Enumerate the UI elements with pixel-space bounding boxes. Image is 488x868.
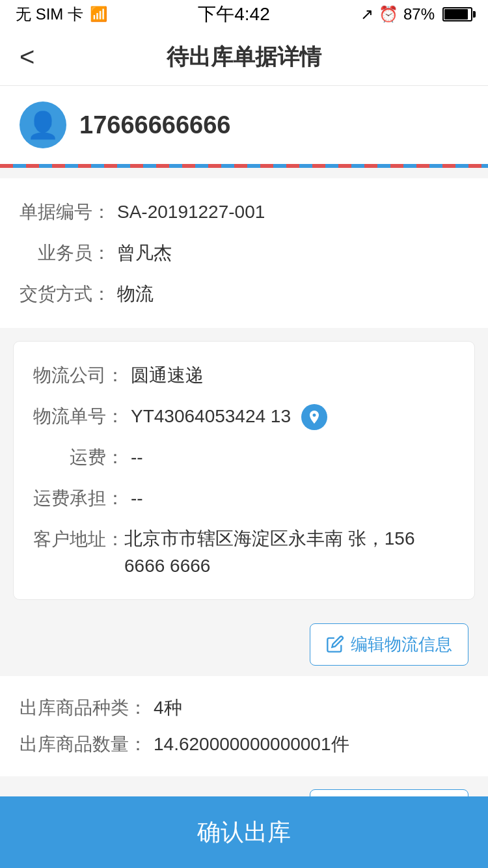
- tracking-number: YT43064053424 13: [131, 402, 291, 431]
- customer-card: 👤 17666666666: [0, 86, 488, 164]
- freight-row: 运费： --: [33, 443, 455, 472]
- product-quantity-label: 出库商品数量：: [20, 732, 147, 757]
- logistics-company-value: 圆通速递: [131, 361, 455, 390]
- status-left: 无 SIM 卡 📶: [16, 4, 107, 25]
- freight-label: 运费：: [33, 443, 124, 472]
- status-bar: 无 SIM 卡 📶 下午4:42 ↗ ⏰ 87%: [0, 0, 488, 29]
- back-button[interactable]: <: [20, 42, 34, 72]
- delivery-row: 交货方式： 物流: [20, 280, 468, 309]
- carrier-label: 无 SIM 卡: [16, 4, 83, 25]
- freight-bearer-row: 运费承担： --: [33, 484, 455, 513]
- confirm-button-label: 确认出库: [197, 817, 291, 848]
- status-time: 下午4:42: [198, 2, 270, 27]
- section-divider: [0, 666, 488, 676]
- product-types-row: 出库商品种类： 4种: [20, 696, 468, 720]
- wifi-icon: 📶: [90, 6, 107, 23]
- address-value: 北京市市辖区海淀区永丰南 张，156 6666 6666: [124, 525, 455, 580]
- address-label: 客户地址：: [33, 525, 124, 554]
- page-title: 待出库单据详情: [167, 42, 321, 72]
- agent-value: 曾凡杰: [117, 239, 468, 268]
- tracking-row: 物流单号： YT43064053424 13: [33, 402, 455, 431]
- product-quantity-row: 出库商品数量： 14.620000000000001件: [20, 732, 468, 757]
- logistics-company-label: 物流公司：: [33, 361, 124, 390]
- logistics-card: 物流公司： 圆通速递 物流单号： YT43064053424 13 运费： --…: [13, 341, 475, 599]
- battery-icon: [442, 7, 472, 21]
- battery-level: 87%: [403, 5, 435, 23]
- edit-logistics-label: 编辑物流信息: [351, 633, 452, 656]
- customer-phone: 17666666666: [79, 111, 230, 139]
- confirm-button[interactable]: 确认出库: [0, 796, 488, 868]
- freight-bearer-label: 运费承担：: [33, 484, 124, 513]
- address-row: 客户地址： 北京市市辖区海淀区永丰南 张，156 6666 6666: [33, 525, 455, 580]
- product-quantity-value: 14.620000000000001件: [154, 732, 349, 757]
- order-info-section: 单据编号： SA-20191227-001 业务员： 曾凡杰 交货方式： 物流: [0, 178, 488, 328]
- product-types-value: 4种: [154, 696, 182, 720]
- order-number-row: 单据编号： SA-20191227-001: [20, 198, 468, 227]
- location-arrow-icon: ↗: [360, 5, 373, 23]
- avatar: 👤: [20, 102, 66, 148]
- location-icon[interactable]: [301, 404, 327, 430]
- edit-logistics-button[interactable]: 编辑物流信息: [310, 623, 468, 666]
- person-icon: 👤: [27, 110, 59, 141]
- tracking-value: YT43064053424 13: [131, 402, 455, 431]
- agent-label: 业务员：: [20, 239, 111, 268]
- delivery-label: 交货方式：: [20, 280, 111, 309]
- nav-bar: < 待出库单据详情: [0, 29, 488, 86]
- freight-bearer-value: --: [131, 484, 455, 513]
- dashed-separator: [0, 164, 488, 168]
- freight-value: --: [131, 443, 455, 472]
- delivery-value: 物流: [117, 280, 468, 309]
- logistics-company-row: 物流公司： 圆通速递: [33, 361, 455, 390]
- edit-btn-container: 编辑物流信息: [0, 613, 488, 666]
- edit-icon: [326, 635, 344, 653]
- tracking-label: 物流单号：: [33, 402, 124, 431]
- agent-row: 业务员： 曾凡杰: [20, 239, 468, 268]
- product-section: 出库商品种类： 4种 出库商品数量： 14.620000000000001件: [0, 676, 488, 776]
- product-types-label: 出库商品种类：: [20, 696, 147, 720]
- order-number-label: 单据编号：: [20, 198, 111, 227]
- order-number-value: SA-20191227-001: [117, 198, 468, 227]
- alarm-icon: ⏰: [379, 5, 398, 23]
- status-right: ↗ ⏰ 87%: [360, 5, 472, 23]
